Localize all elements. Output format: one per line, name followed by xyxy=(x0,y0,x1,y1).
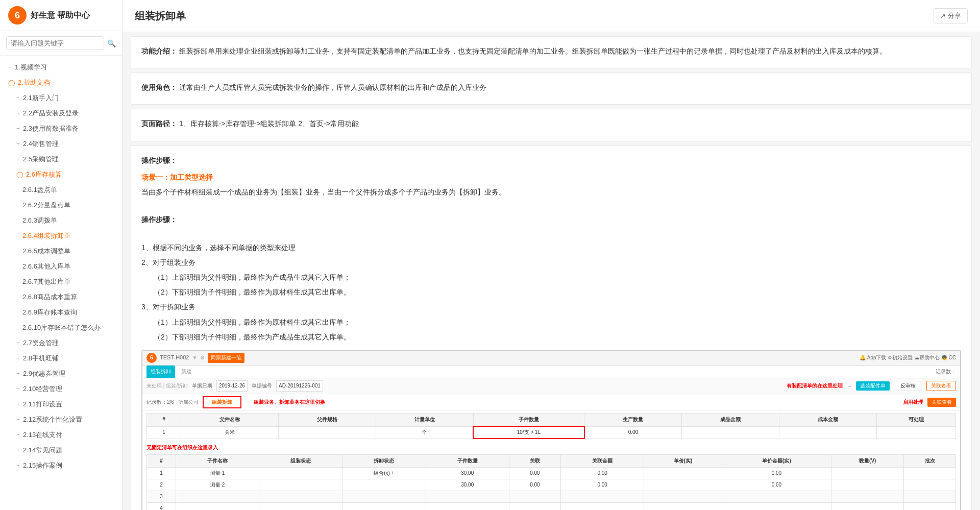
sidebar-item-2-6-4[interactable]: 2.6.4组装拆卸单 xyxy=(0,228,122,244)
sidebar-item-2-6-8[interactable]: 2.6.8商品成本重算 xyxy=(0,289,122,305)
step2-sub2: （2）下部明细为子件明细，最终作为原材料生成其它出库单。 xyxy=(141,286,961,299)
sidebar-item-2-7[interactable]: + 2.7资金管理 xyxy=(0,335,122,351)
sidebar-item-2-5[interactable]: + 2.5采购管理 xyxy=(0,152,122,167)
mock-tab-active: 组装拆卸 xyxy=(146,366,175,378)
expand-icon-2-9: + xyxy=(16,370,20,377)
mock-action-btn: 关联查看 xyxy=(926,381,956,391)
intro-block: 功能介绍： 组装拆卸单用来处理企业组装或拆卸等加工业务，支持有固定装配清单的产品… xyxy=(131,36,972,68)
scene1-desc: 当由多个子件材料组装成一个成品的业务为【组装】业务，当由一个父件拆分成多个子产品… xyxy=(141,186,961,199)
operations-block: 操作步骤： 场景一：加工类型选择 当由多个子件材料组装成一个成品的业务为【组装】… xyxy=(131,145,972,510)
sidebar-item-2-11[interactable]: + 2.11打印设置 xyxy=(0,397,122,412)
mock-lower-table-header: # 子件名称 组装状态 拆卸状态 子件数量 关联 关联金额 单价(实) 单价金额… xyxy=(147,455,956,468)
mock-topbar: 6 TEST-H002 ▼ ⚙ 同票新建一笔 🔔 App下载 ⚙初始设置 ☁帮助… xyxy=(142,351,960,366)
mock-record-count: 记录数： xyxy=(936,367,956,376)
sidebar-item-label-2-15: 2.15操作案例 xyxy=(23,461,62,470)
sidebar-item-label-2-2: 2.2产品安装及登录 xyxy=(23,109,79,118)
step3-text: 3、对于拆卸业务 xyxy=(141,301,961,313)
expand-icon-2-11: + xyxy=(16,401,20,408)
sidebar-item-label-2-4: 2.4销售管理 xyxy=(23,139,59,149)
expand-icon-2-13: + xyxy=(16,431,20,439)
mock-tab-new: 新建 xyxy=(177,366,195,378)
path-body: 1、库存核算->库存管理->组装拆卸单 2、首页->常用功能 xyxy=(179,119,359,128)
mock-upper-table-container: # 父件名称 父件规格 计量单位 子件数量 生产数量 成品金额 成本金额 可处理 xyxy=(142,411,960,441)
sidebar-item-label-2-6-8: 2.6.8商品成本重算 xyxy=(22,293,77,302)
expand-icon-2-12: + xyxy=(16,416,20,423)
sidebar-item-2-8[interactable]: + 2.8手机旺铺 xyxy=(0,351,122,366)
sidebar-item-2-15[interactable]: + 2.15操作案例 xyxy=(0,458,122,473)
sidebar-item-label-2-6-5: 2.6.5成本调整单 xyxy=(22,247,70,256)
search-button[interactable]: 🔍 xyxy=(107,39,116,47)
sidebar-item-2-2[interactable]: + 2.2产品安装及登录 xyxy=(0,106,122,121)
annotation-1: 有装配清单的在这里处理 xyxy=(787,381,843,391)
sidebar-item-label-1: 1.视频学习 xyxy=(15,63,47,72)
sidebar-item-2[interactable]: ◯ 2.帮助文档 xyxy=(0,75,122,90)
mock-topbar-btn: 同票新建一笔 xyxy=(208,353,244,363)
sidebar-item-label-2-6-2: 2.6.2分量盘点单 xyxy=(22,201,70,210)
screenshot-container: 6 TEST-H002 ▼ ⚙ 同票新建一笔 🔔 App下载 ⚙初始设置 ☁帮助… xyxy=(141,350,961,510)
steps-label: 操作步骤： xyxy=(141,213,961,226)
intro-text: 功能介绍： 组装拆卸单用来处理企业组装或拆卸等加工业务，支持有固定装配清单的产品… xyxy=(141,45,961,58)
mock-type-row: 记录数：2/6 所属公司 组装拆卸 组装业务、拆卸业务在这里切换 启用处理 关联… xyxy=(142,394,960,411)
role-body: 通常由生产人员或库管人员完成拆装业务的操作，库管人员确认原材料的出库和产成品的入… xyxy=(179,83,486,91)
mock-lower-table-container: 无固定清单可在组织在这里录入 # 子件名称 组装状态 拆卸状态 子件数量 关联 xyxy=(142,441,960,510)
table-row: 3 xyxy=(147,491,956,503)
sidebar-item-2-4[interactable]: + 2.4销售管理 xyxy=(0,136,122,152)
sidebar-item-label-2-6-7: 2.6.7其他出库单 xyxy=(22,277,70,286)
role-text: 使用角色： 通常由生产人员或库管人员完成拆装业务的操作，库管人员确认原材料的出库… xyxy=(141,81,961,94)
app-logo: 6 xyxy=(8,6,27,25)
nav-tree: + 1.视频学习 ◯ 2.帮助文档 + 2.1新手入门 + 2.2产品安装及登录… xyxy=(0,56,122,510)
step2-sub1: （1）上部明细为父件明细，最终作为产成品生成其它入库单； xyxy=(141,271,961,284)
role-block: 使用角色： 通常由生产人员或库管人员完成拆装业务的操作，库管人员确认原材料的出库… xyxy=(131,72,972,105)
sidebar-item-2-6-7[interactable]: 2.6.7其他出库单 xyxy=(0,274,122,289)
table-row: 1 关米 个 10/支 > 1L 0.00 xyxy=(147,426,956,439)
main-area: 组装拆卸单 ↗ 分享 功能介绍： 组装拆卸单用来处理企业组装或拆卸等加工业务，支… xyxy=(122,0,980,510)
main-header: 组装拆卸单 ↗ 分享 xyxy=(122,0,980,32)
sidebar-item-label-2-9: 2.9优惠券管理 xyxy=(23,369,65,378)
expand-icon-2: ◯ xyxy=(8,79,15,86)
share-button[interactable]: ↗ 分享 xyxy=(934,8,968,23)
sidebar-item-2-9[interactable]: + 2.9优惠券管理 xyxy=(0,366,122,381)
mock-tabbar: 组装拆卸 新建 记录数： xyxy=(142,366,960,378)
sidebar-item-2-13[interactable]: + 2.13在线支付 xyxy=(0,427,122,443)
sidebar-item-label-2-6-6: 2.6.6其他入库单 xyxy=(22,262,70,271)
search-box: 🔍 xyxy=(0,31,122,56)
step1-text: 1、根据不同的业务，选择不同单据的类型来处理 xyxy=(141,241,961,254)
step3-sub1: （1）上部明细为父件明细，最终作为原材料生成其它出库单； xyxy=(141,316,961,329)
expand-icon-1: + xyxy=(8,64,12,71)
sidebar-item-2-6-6[interactable]: 2.6.6其他入库单 xyxy=(0,259,122,274)
annotation-3: 启用处理 xyxy=(903,398,923,407)
sidebar-item-label-2-10: 2.10经营管理 xyxy=(23,384,62,394)
expand-icon-2-6: ◯ xyxy=(16,171,23,178)
sidebar-item-label-2-8: 2.8手机旺铺 xyxy=(23,354,59,363)
sidebar-item-2-10[interactable]: + 2.10经营管理 xyxy=(0,381,122,397)
operation-title: 操作步骤： xyxy=(141,154,961,167)
sidebar-header: 6 好生意 帮助中心 xyxy=(0,0,122,31)
search-input[interactable] xyxy=(6,36,104,50)
expand-icon-2-8: + xyxy=(16,355,20,362)
sidebar-item-2-6-10[interactable]: 2.6.10库存账本错了怎么办 xyxy=(0,320,122,335)
path-block: 页面路径： 1、库存核算->库存管理->组装拆卸单 2、首页->常用功能 xyxy=(131,109,972,141)
sidebar-item-2-6-3[interactable]: 2.6.3调拨单 xyxy=(0,213,122,228)
role-title-label: 使用角色： xyxy=(141,83,177,91)
path-text: 页面路径： 1、库存核算->库存管理->组装拆卸单 2、首页->常用功能 xyxy=(141,117,961,130)
expand-icon-2-4: + xyxy=(16,140,20,148)
mock-app: 6 TEST-H002 ▼ ⚙ 同票新建一笔 🔔 App下载 ⚙初始设置 ☁帮助… xyxy=(142,350,961,510)
sidebar-item-2-6-5[interactable]: 2.6.5成本调整单 xyxy=(0,244,122,259)
annotation-4: 无固定清单可在组织在这里录入 xyxy=(146,443,956,452)
sidebar-item-2-6[interactable]: ◯ 2.6库存核算 xyxy=(0,167,122,182)
sidebar-item-label-2-1: 2.1新手入门 xyxy=(23,93,59,103)
mock-process-btn: 选装配件单 xyxy=(856,381,890,391)
sidebar-item-2-12[interactable]: + 2.12系统个性化设置 xyxy=(0,412,122,427)
sidebar-item-2-3[interactable]: + 2.3使用前数据准备 xyxy=(0,121,122,136)
step2-text: 2、对于组装业务 xyxy=(141,256,961,269)
sidebar-item-2-6-2[interactable]: 2.6.2分量盘点单 xyxy=(0,198,122,213)
expand-icon-2-15: + xyxy=(16,462,20,469)
sidebar-item-label-2-6-4: 2.6.4组装拆卸单 xyxy=(22,231,70,240)
sidebar-item-2-6-1[interactable]: 2.6.1盘点单 xyxy=(0,182,122,198)
sidebar-item-2-1[interactable]: + 2.1新手入门 xyxy=(0,90,122,106)
sidebar-item-2-6-9[interactable]: 2.6.9库存账本查询 xyxy=(0,305,122,320)
mock-lower-table: # 子件名称 组装状态 拆卸状态 子件数量 关联 关联金额 单价(实) 单价金额… xyxy=(146,454,956,510)
expand-icon-2-7: + xyxy=(16,339,20,347)
sidebar-item-2-14[interactable]: + 2.14常见问题 xyxy=(0,443,122,458)
sidebar-item-1[interactable]: + 1.视频学习 xyxy=(0,60,122,75)
